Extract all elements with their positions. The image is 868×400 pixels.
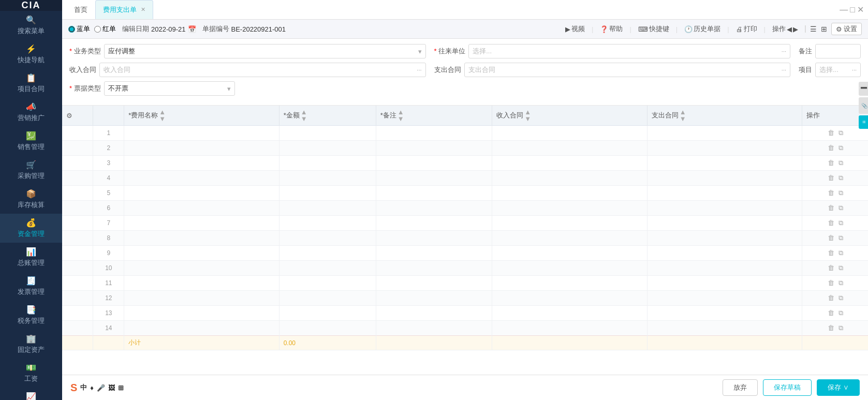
row-copy-icon[interactable]: ⧉ [837, 248, 844, 258]
video-button[interactable]: ▶ 视频 [563, 23, 587, 35]
row-expense-cell[interactable] [647, 201, 802, 216]
th-amount[interactable]: *金额 ▲▼ [279, 106, 376, 126]
sidebar-item-invoice[interactable]: 🧾 发票管理 [0, 272, 62, 301]
row-delete-icon[interactable]: 🗑 [827, 263, 835, 273]
row-income-cell[interactable] [492, 216, 647, 231]
row-note-cell[interactable] [376, 216, 492, 231]
row-income-cell[interactable] [492, 231, 647, 246]
expense-sort[interactable]: ▲▼ [680, 109, 686, 122]
row-name-cell[interactable] [124, 276, 279, 291]
row-income-cell[interactable] [492, 126, 647, 141]
row-income-cell[interactable] [492, 321, 647, 336]
row-name-cell[interactable] [124, 246, 279, 261]
expense-contract-input[interactable]: 支出合同 ··· [464, 63, 791, 77]
note-sort[interactable]: ▲▼ [398, 109, 404, 122]
row-expense-cell[interactable] [647, 141, 802, 156]
row-expense-cell[interactable] [647, 216, 802, 231]
settings-button[interactable]: ⚙ 设置 [831, 23, 862, 35]
row-name-cell[interactable] [124, 171, 279, 186]
row-income-cell[interactable] [492, 156, 647, 171]
sidebar-item-salary[interactable]: 💵 工资 [0, 359, 62, 388]
sidebar-item-inventory[interactable]: 📦 库存核算 [0, 185, 62, 214]
row-note-cell[interactable] [376, 261, 492, 276]
amount-sort[interactable]: ▲▼ [301, 109, 307, 122]
window-maximize-icon[interactable]: □ [850, 5, 855, 14]
tab-close-expense[interactable]: ✕ [141, 6, 145, 13]
row-name-cell[interactable] [124, 321, 279, 336]
row-note-cell[interactable] [376, 156, 492, 171]
name-sort[interactable]: ▲▼ [159, 109, 166, 122]
row-delete-icon[interactable]: 🗑 [827, 173, 835, 183]
row-amount-cell[interactable] [279, 156, 376, 171]
row-delete-icon[interactable]: 🗑 [827, 188, 835, 198]
row-amount-cell[interactable] [279, 171, 376, 186]
radio-red[interactable]: 红单 [94, 24, 116, 34]
row-amount-cell[interactable] [279, 276, 376, 291]
tab-home[interactable]: 首页 [66, 0, 95, 19]
row-copy-icon[interactable]: ⧉ [837, 128, 844, 138]
row-amount-cell[interactable] [279, 321, 376, 336]
row-name-cell[interactable] [124, 186, 279, 201]
row-amount-cell[interactable] [279, 261, 376, 276]
save-button[interactable]: 保存 ∨ [817, 379, 860, 396]
row-expense-cell[interactable] [647, 156, 802, 171]
row-delete-icon[interactable]: 🗑 [827, 128, 835, 138]
row-name-cell[interactable] [124, 306, 279, 321]
row-copy-icon[interactable]: ⧉ [837, 143, 844, 153]
row-name-cell[interactable] [124, 291, 279, 306]
income-contract-input[interactable]: 收入合同 ··· [99, 63, 426, 77]
row-income-cell[interactable] [492, 171, 647, 186]
sidebar-item-purchase[interactable]: 🛒 采购管理 [0, 156, 62, 185]
sidebar-item-tax[interactable]: 📑 税务管理 [0, 301, 62, 330]
row-delete-icon[interactable]: 🗑 [827, 248, 835, 258]
row-expense-cell[interactable] [647, 291, 802, 306]
right-tab-1[interactable]: ▌ [859, 82, 868, 96]
right-tab-3[interactable]: ≡ [859, 115, 868, 129]
operation-button[interactable]: 操作 ◀ ▶ [770, 23, 801, 35]
row-note-cell[interactable] [376, 186, 492, 201]
row-delete-icon[interactable]: 🗑 [827, 233, 835, 243]
sidebar-item-asset[interactable]: 🏢 固定资产 [0, 330, 62, 359]
row-name-cell[interactable] [124, 156, 279, 171]
row-delete-icon[interactable]: 🗑 [827, 323, 835, 333]
row-delete-icon[interactable]: 🗑 [827, 218, 835, 228]
grid-icon[interactable]: ⊞ [118, 384, 124, 392]
row-expense-cell[interactable] [647, 306, 802, 321]
sidebar-item-marketing[interactable]: 📣 营销推广 [0, 98, 62, 127]
row-name-cell[interactable] [124, 231, 279, 246]
row-note-cell[interactable] [376, 246, 492, 261]
row-copy-icon[interactable]: ⧉ [837, 233, 844, 243]
image-icon[interactable]: 🖼 [108, 384, 115, 392]
row-amount-cell[interactable] [279, 306, 376, 321]
mic-icon[interactable]: 🎤 [97, 384, 105, 392]
row-amount-cell[interactable] [279, 291, 376, 306]
sidebar-item-project[interactable]: 📋 项目合同 [0, 69, 62, 98]
right-tab-2[interactable]: 📎 [859, 97, 868, 114]
row-amount-cell[interactable] [279, 141, 376, 156]
income-sort[interactable]: ▲▼ [524, 109, 531, 122]
row-note-cell[interactable] [376, 141, 492, 156]
grid-view-icon[interactable]: ⊞ [821, 25, 827, 33]
row-note-cell[interactable] [376, 306, 492, 321]
shortcut-button[interactable]: ⌨ 快捷键 [636, 23, 672, 35]
row-note-cell[interactable] [376, 171, 492, 186]
business-type-select[interactable]: 应付调整 ▾ [104, 44, 426, 58]
row-amount-cell[interactable] [279, 231, 376, 246]
row-expense-cell[interactable] [647, 276, 802, 291]
row-expense-cell[interactable] [647, 171, 802, 186]
help-button[interactable]: ❓ 帮助 [597, 23, 625, 35]
calendar-icon[interactable]: 📅 [188, 25, 196, 33]
radio-blue[interactable]: 蓝单 [68, 24, 90, 34]
row-income-cell[interactable] [492, 141, 647, 156]
row-delete-icon[interactable]: 🗑 [827, 308, 835, 318]
row-delete-icon[interactable]: 🗑 [827, 143, 835, 153]
sidebar-item-accounting[interactable]: 📊 总账管理 [0, 243, 62, 272]
row-income-cell[interactable] [492, 201, 647, 216]
row-delete-icon[interactable]: 🗑 [827, 203, 835, 213]
row-income-cell[interactable] [492, 246, 647, 261]
row-copy-icon[interactable]: ⧉ [837, 293, 844, 303]
row-note-cell[interactable] [376, 201, 492, 216]
row-name-cell[interactable] [124, 126, 279, 141]
row-expense-cell[interactable] [647, 186, 802, 201]
row-expense-cell[interactable] [647, 321, 802, 336]
